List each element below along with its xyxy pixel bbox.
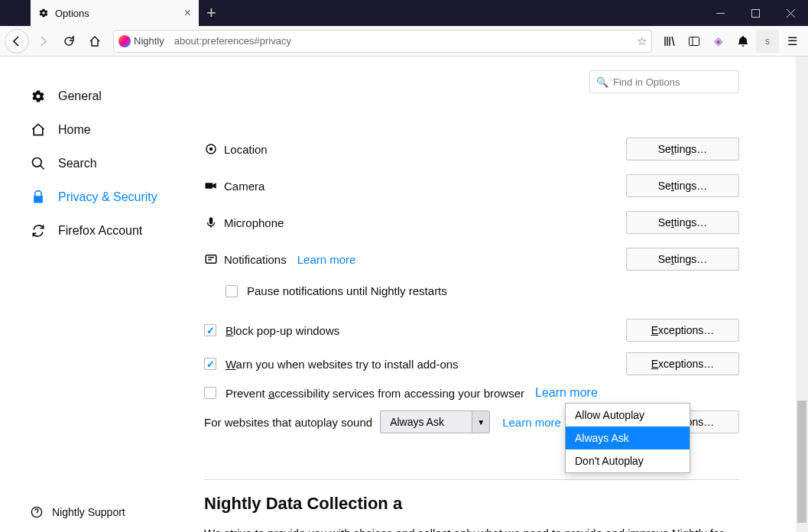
new-tab-button[interactable]: + <box>199 0 224 26</box>
autoplay-select[interactable]: Always Ask ▼ <box>380 410 490 433</box>
sidebars-icon[interactable] <box>683 30 706 53</box>
microphone-settings-button[interactable]: Settings… <box>626 211 739 234</box>
learn-more-link[interactable]: Learn more <box>535 386 598 400</box>
search-icon <box>31 156 47 171</box>
close-window-button[interactable] <box>773 0 808 26</box>
preferences-sidebar: General Home Search Privacy & Security F… <box>0 57 187 532</box>
camera-icon <box>204 179 224 193</box>
sidebar-item-privacy[interactable]: Privacy & Security <box>31 180 187 214</box>
search-icon: 🔍 <box>596 76 608 88</box>
svg-line-7 <box>41 166 44 170</box>
identity-box[interactable]: Nightly <box>118 35 170 47</box>
svg-point-9 <box>209 148 213 151</box>
sidebar-item-label: Search <box>58 157 97 170</box>
forward-button[interactable] <box>31 29 55 54</box>
identity-label: Nightly <box>134 35 164 47</box>
main-panel: 🔍 Location Settings… Camera Settings… Mi… <box>187 57 808 532</box>
autoplay-label: For websites that autoplay sound <box>204 416 372 429</box>
separator <box>204 479 739 480</box>
sidebar-item-search[interactable]: Search <box>31 147 187 180</box>
library-icon[interactable] <box>658 30 681 53</box>
addons-exceptions-button[interactable]: Exceptions… <box>626 352 739 375</box>
bookmark-star-icon[interactable]: ☆ <box>637 34 647 48</box>
sidebar-item-account[interactable]: Firefox Account <box>31 214 187 248</box>
option-allow-autoplay[interactable]: Allow Autoplay <box>566 404 690 427</box>
gear-icon <box>31 89 47 104</box>
select-value: Always Ask <box>381 411 472 433</box>
reload-button[interactable] <box>57 29 81 54</box>
perm-location: Location Settings… <box>204 138 739 161</box>
scrollbar[interactable] <box>796 57 808 532</box>
svg-point-6 <box>33 158 42 167</box>
browser-tab[interactable]: Options × <box>31 0 199 26</box>
gear-icon <box>38 8 49 18</box>
firefox-icon <box>118 35 131 47</box>
checkbox-label: Warn you when websites try to install ad… <box>226 358 459 371</box>
section-title: Nightly Data Collection a <box>204 494 739 514</box>
support-label: Nightly Support <box>52 506 125 518</box>
url-text: about:preferences#privacy <box>174 35 637 47</box>
maximize-button[interactable] <box>738 0 773 26</box>
section-body: We strive to provide you with choices an… <box>204 524 739 532</box>
perm-label: Location <box>224 143 268 156</box>
sidebar-item-label: General <box>58 89 102 103</box>
option-always-ask[interactable]: Always Ask <box>566 427 690 449</box>
block-popups-checkbox[interactable] <box>204 324 216 336</box>
checkbox-label: Block pop-up windows <box>226 324 339 337</box>
location-settings-button[interactable]: Settings… <box>626 138 739 161</box>
perm-label: Camera <box>224 180 264 193</box>
svg-rect-12 <box>209 217 213 224</box>
cube-icon[interactable]: ◈ <box>707 30 730 53</box>
nav-toolbar: Nightly about:preferences#privacy ☆ ◈ s … <box>0 26 808 57</box>
warn-addons-checkbox[interactable] <box>204 358 216 370</box>
home-button[interactable] <box>83 29 107 54</box>
notification-icon[interactable] <box>732 30 754 53</box>
accessibility-checkbox[interactable] <box>204 387 216 399</box>
learn-more-link[interactable]: Learn more <box>502 416 561 429</box>
sidebar-item-home[interactable]: Home <box>31 113 187 147</box>
accessibility-row: Prevent accessibility services from acce… <box>204 386 739 400</box>
svg-rect-4 <box>690 37 699 45</box>
perm-microphone: Microphone Settings… <box>204 211 739 234</box>
pause-notifications-row: Pause notifications until Nightly restar… <box>226 284 739 297</box>
perm-camera: Camera Settings… <box>204 174 739 197</box>
checkbox-label: Prevent accessibility services from acce… <box>226 387 524 400</box>
lock-icon <box>31 190 47 205</box>
svg-rect-0 <box>716 13 725 14</box>
support-link[interactable]: Nightly Support <box>31 506 125 518</box>
microphone-icon <box>204 216 224 229</box>
camera-settings-button[interactable]: Settings… <box>626 174 739 197</box>
perm-label: Notifications <box>224 253 287 266</box>
warn-addons-row: Warn you when websites try to install ad… <box>204 352 739 375</box>
find-in-options[interactable]: 🔍 <box>589 70 739 93</box>
title-bar: Options × + <box>0 0 808 26</box>
home-icon <box>31 122 47 138</box>
location-icon <box>204 142 224 156</box>
sidebar-item-label: Home <box>58 123 91 137</box>
close-icon[interactable]: × <box>184 6 191 20</box>
scrollbar-thumb[interactable] <box>797 401 806 523</box>
url-bar[interactable]: Nightly about:preferences#privacy ☆ <box>113 30 652 53</box>
tab-title: Options <box>55 8 184 19</box>
block-popups-row: Block pop-up windows Exceptions… <box>204 319 739 342</box>
menu-button[interactable]: ☰ <box>780 30 803 53</box>
help-icon <box>31 506 43 518</box>
chevron-down-icon: ▼ <box>472 411 489 433</box>
perm-label: Microphone <box>224 216 284 229</box>
profile-icon[interactable]: s <box>756 30 779 53</box>
sidebar-item-label: Privacy & Security <box>58 190 157 204</box>
search-input[interactable] <box>613 76 741 88</box>
sidebar-item-general[interactable]: General <box>31 79 187 113</box>
notification-icon <box>204 252 224 266</box>
sync-icon <box>31 223 47 238</box>
minimize-button[interactable] <box>703 0 738 26</box>
learn-more-link[interactable]: Learn more <box>297 253 356 266</box>
content-area: General Home Search Privacy & Security F… <box>0 57 808 532</box>
svg-rect-1 <box>751 9 759 17</box>
back-button[interactable] <box>5 29 29 54</box>
option-dont-autoplay[interactable]: Don't Autoplay <box>566 449 690 472</box>
popups-exceptions-button[interactable]: Exceptions… <box>626 319 739 342</box>
pause-notifications-checkbox[interactable] <box>226 285 238 297</box>
window-controls <box>703 0 808 26</box>
notifications-settings-button[interactable]: Settings… <box>626 248 739 271</box>
